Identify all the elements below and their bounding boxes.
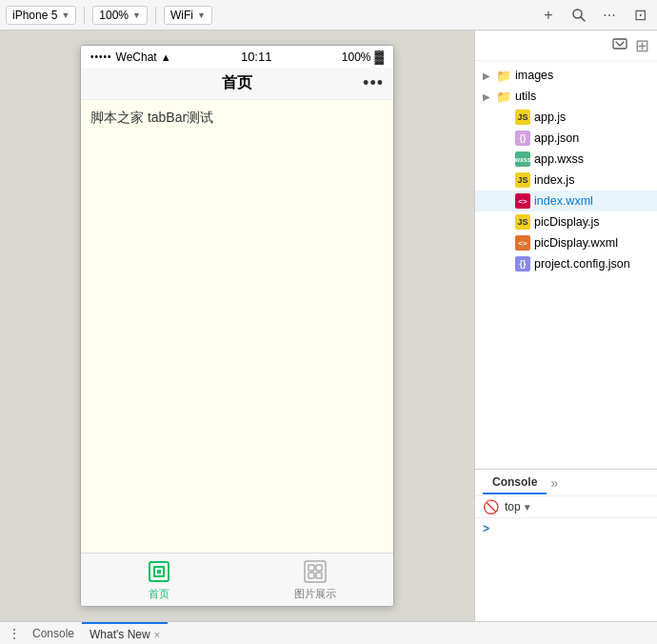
svg-rect-8 [316,565,322,571]
tab-home-label: 首页 [149,587,169,601]
signal-dots: ••••• [90,51,112,62]
svg-rect-9 [309,573,314,578]
wxml2-icon: <> [515,235,530,251]
tree-filename: images [515,69,649,82]
toolbar-divider-2 [155,7,156,24]
filter-block-icon: 🚫 [483,499,499,514]
console-content: > [475,518,657,621]
console-tabs: Console » [475,470,657,496]
zoom-selector[interactable]: 100% ▼ [92,6,148,25]
tree-item-images[interactable]: ▶ 📁 images [475,65,657,86]
device-selector[interactable]: iPhone 5 ▼ [6,6,76,25]
svg-rect-10 [316,573,322,578]
status-right: 100% ▓ [342,50,384,64]
network-label: WiFi [170,9,193,22]
search-button[interactable] [567,4,590,27]
nav-title: 首页 [222,73,252,93]
phone-status-bar: ••••• WeChat ▲ 10:11 100% ▓ [81,46,393,68]
tree-item-app-js[interactable]: JS app.js [475,107,657,128]
phone-content: 脚本之家 tabBar测试 [81,100,393,553]
json2-icon: {} [515,256,530,272]
device-label: iPhone 5 [12,9,57,22]
zoom-label: 100% [99,9,129,22]
tree-item-app-wxss[interactable]: wxss app.wxss [475,149,657,170]
main-area: ••••• WeChat ▲ 10:11 100% ▓ 首页 ••• 脚本之家 … [0,30,657,621]
bottom-bar: ⋮ Console What's New × [0,621,657,644]
wifi-icon: ▲ [161,51,171,63]
device-chevron-icon: ▼ [61,10,70,20]
filter-level-label: top [505,500,521,513]
tree-filename: utils [515,90,649,103]
console-expand-icon[interactable]: » [550,475,558,491]
tree-item-utils[interactable]: ▶ 📁 utils [475,86,657,107]
phone-frame: ••••• WeChat ▲ 10:11 100% ▓ 首页 ••• 脚本之家 … [80,45,394,607]
right-toolbar: ⊞ [475,30,657,61]
chevron-icon: ▶ [483,70,492,81]
network-chevron-icon: ▼ [197,10,206,20]
tree-filename: picDisplay.js [534,215,649,229]
filter-level-select[interactable]: top ▼ [505,500,532,513]
right-panel: ⊞ ▶ 📁 images ▶ 📁 utils JS app.js [474,30,657,621]
svg-line-1 [581,17,585,21]
svg-rect-11 [613,39,627,49]
battery-pct: 100% [342,50,371,64]
tree-item-index-wxml[interactable]: <> index.wxml [475,191,657,211]
tree-item-picdisplay-js[interactable]: JS picDisplay.js [475,211,657,232]
wxml-icon: <> [515,193,530,209]
battery-icon: ▓ [375,50,384,64]
tab-pictures-label: 图片展示 [294,587,336,601]
more-button[interactable]: ··· [598,4,621,27]
tree-item-project-json[interactable]: {} project.config.json [475,253,657,274]
phone-panel: ••••• WeChat ▲ 10:11 100% ▓ 首页 ••• 脚本之家 … [0,30,474,621]
tree-filename: index.js [534,173,649,187]
console-prompt[interactable]: > [483,522,489,535]
tab-pictures-icon [302,558,328,585]
bottom-tab-whats-new[interactable]: What's New × [82,622,168,645]
status-left: ••••• WeChat ▲ [90,50,171,64]
svg-rect-7 [309,565,314,571]
console-panel: Console » 🚫 top ▼ > [475,469,657,621]
wxss-icon: wxss [515,151,530,167]
chevron-icon: ▶ [483,91,492,102]
network-selector[interactable]: WiFi ▼ [164,6,212,25]
add-button[interactable]: + [537,4,560,27]
tree-filename: project.config.json [534,257,649,271]
js-icon: JS [515,214,530,230]
zoom-chevron-icon: ▼ [132,10,141,20]
toolbar-right: + ··· ⊡ [537,4,651,27]
tree-item-app-json[interactable]: {} app.json [475,128,657,149]
close-whats-new-icon[interactable]: × [154,629,160,640]
svg-rect-6 [305,561,326,582]
js-icon: JS [515,172,530,188]
bottom-dots-icon[interactable]: ⋮ [8,626,21,641]
toolbar-divider-1 [84,7,85,24]
tree-filename: app.json [534,131,649,145]
console-filter-bar: 🚫 top ▼ [475,496,657,518]
top-toolbar: iPhone 5 ▼ 100% ▼ WiFi ▼ + ··· ⊡ [0,0,657,30]
phone-nav-bar: 首页 ••• [81,68,393,100]
svg-rect-5 [157,570,161,574]
tree-filename: app.wxss [534,152,649,166]
status-time: 10:11 [241,50,272,64]
folder-icon: 📁 [496,68,511,83]
tab-home[interactable]: 首页 [81,553,237,606]
nav-more-button[interactable]: ••• [363,73,384,93]
phone-tab-bar: 首页 图片展示 [81,553,393,606]
console-tab-console[interactable]: Console [483,472,547,494]
tab-home-icon [146,558,172,585]
filter-dropdown-icon: ▼ [523,502,532,513]
tree-item-index-js[interactable]: JS index.js [475,170,657,191]
tree-filename: index.wxml [534,194,649,208]
js-icon: JS [515,110,530,125]
right-toolbar-icon-1[interactable] [612,36,627,55]
bottom-tab-console[interactable]: Console [25,622,82,645]
expand-button[interactable]: ⊡ [628,4,651,27]
file-tree: ▶ 📁 images ▶ 📁 utils JS app.js { [475,61,657,469]
json-icon: {} [515,131,530,146]
tree-filename: picDisplay.wxml [534,236,649,250]
tab-pictures[interactable]: 图片展示 [237,553,393,606]
folder-icon: 📁 [496,89,511,104]
right-toolbar-icon-2[interactable]: ⊞ [635,35,649,56]
tree-item-picdisplay-wxml[interactable]: <> picDisplay.wxml [475,232,657,253]
app-name: WeChat [116,50,157,64]
